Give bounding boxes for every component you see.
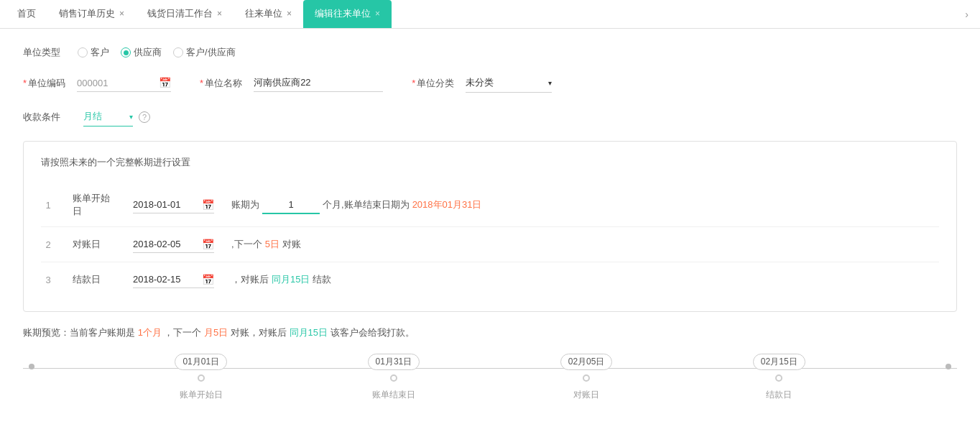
unit-code-star: * <box>23 78 27 88</box>
timeline-point-4: 02月15日 结款日 <box>753 354 805 401</box>
highlight-date-1: 2018年01月31日 <box>412 198 482 211</box>
row-type-3: 结款日 <box>73 273 116 286</box>
timeline-dot-4 <box>775 374 782 382</box>
setting-row-2: 2 对账日 📅 ,下一个 5日 对账 <box>41 227 939 262</box>
row-num-2: 2 <box>41 239 55 250</box>
tab-sales-order-close[interactable]: × <box>119 9 124 18</box>
timeline-badge-3: 02月05日 <box>560 354 613 370</box>
radio-supplier-circle <box>121 47 131 58</box>
unit-type-row: 单位类型 客户 供应商 客户/供应商 <box>23 46 957 59</box>
radio-customer-supplier-circle <box>173 47 183 58</box>
tab-partner[interactable]: 往来单位 × <box>234 0 303 28</box>
preview-suffix: 该客户会给我打款。 <box>330 327 415 338</box>
radio-customer[interactable]: 客户 <box>78 46 109 59</box>
radio-supplier-label: 供应商 <box>134 46 162 59</box>
row-desc-1: 账期为 个月,账单结束日期为 2018年01月31日 <box>231 196 481 214</box>
timeline-start-dot <box>29 364 34 369</box>
setting-row-1: 1 账单开始日 📅 账期为 个月,账单结束日期为 2018年01月31日 <box>41 183 939 227</box>
unit-name-star: * <box>200 78 203 88</box>
setting-row-3: 3 结款日 📅 ，对账后 同月15日 结款 <box>41 262 939 297</box>
row-suffix-2: 对账 <box>282 238 301 251</box>
period-input[interactable] <box>262 196 320 214</box>
highlight-text-2: 5日 <box>265 238 279 251</box>
unit-category-label: *单位分类 <box>412 77 454 90</box>
payment-term-chevron: ▾ <box>129 113 133 121</box>
unit-type-radio-group: 客户 供应商 客户/供应商 <box>78 46 236 59</box>
radio-customer-supplier-label: 客户/供应商 <box>186 46 236 59</box>
timeline-point-2: 01月31日 账单结束日 <box>368 354 420 401</box>
date-input-2: 📅 <box>133 236 214 253</box>
tab-cash-work-label: 钱货日清工作台 <box>147 7 213 20</box>
radio-customer-circle <box>78 47 88 58</box>
payment-term-label: 收款条件 <box>23 111 60 124</box>
tab-edit-partner-label: 编辑往来单位 <box>315 7 371 20</box>
timeline-label-2: 账单结束日 <box>372 389 415 401</box>
preview-middle2: 对账，对账后 <box>231 327 287 338</box>
highlight-text-3: 同月15日 <box>272 273 310 286</box>
tab-home[interactable]: 首页 <box>6 0 47 28</box>
preview-prefix: 账期预览：当前客户账期是 <box>23 327 135 338</box>
date-input-1: 📅 <box>133 196 214 213</box>
preview-item3: 同月15日 <box>290 327 328 338</box>
timeline-wrapper: 01月01日 账单开始日 01月31日 账单结束日 02月05日 对账日 02月… <box>23 354 957 401</box>
preview-section: 账期预览：当前客户账期是 1个月 ，下一个 月5日 对账，对账后 同月15日 该… <box>23 326 957 339</box>
date-field-3[interactable] <box>133 271 198 288</box>
unit-name-group: *单位名称 <box>200 75 383 92</box>
unit-code-group: *单位编码 📅 <box>23 75 171 92</box>
payment-term-row: 收款条件 月结 ▾ ? <box>23 107 957 126</box>
unit-info-row: *单位编码 📅 *单位名称 *单位分类 未分类 ▾ <box>23 73 957 93</box>
unit-code-calendar-icon[interactable]: 📅 <box>159 77 171 88</box>
payment-term-help-icon[interactable]: ? <box>139 111 150 123</box>
radio-supplier[interactable]: 供应商 <box>121 46 162 59</box>
tab-partner-label: 往来单位 <box>245 7 282 20</box>
row-num-3: 3 <box>41 275 55 285</box>
payment-term-select[interactable]: 月结 ▾ <box>83 107 133 126</box>
tab-cash-work[interactable]: 钱货日清工作台 × <box>136 0 234 28</box>
unit-category-select[interactable]: 未分类 ▾ <box>466 73 552 93</box>
calendar-icon-1[interactable]: 📅 <box>202 199 214 211</box>
payment-term-value: 月结 <box>83 110 126 123</box>
timeline-point-3: 02月05日 对账日 <box>560 354 613 401</box>
timeline-label-1: 账单开始日 <box>180 389 223 401</box>
row-desc-3: ，对账后 同月15日 结款 <box>231 273 331 286</box>
calendar-icon-3[interactable]: 📅 <box>202 274 214 285</box>
main-content: 单位类型 客户 供应商 客户/供应商 *单位编码 📅 <box>0 29 980 437</box>
date-field-2[interactable] <box>133 236 198 252</box>
unit-name-input[interactable] <box>254 75 383 91</box>
preview-item2: 月5日 <box>204 327 228 338</box>
tab-more-arrow[interactable]: › <box>959 0 974 28</box>
date-field-1[interactable] <box>133 196 198 213</box>
row-prefix-3: ，对账后 <box>231 273 269 286</box>
tab-sales-order-label: 销售订单历史 <box>59 7 115 20</box>
unit-code-input[interactable] <box>77 75 156 91</box>
period-suffix-1: 个月,账单结束日期为 <box>323 198 410 211</box>
row-type-1: 账单开始日 <box>73 192 116 218</box>
timeline-dot-2 <box>390 374 397 382</box>
timeline-badge-2: 01月31日 <box>368 354 420 370</box>
tab-edit-partner[interactable]: 编辑往来单位 × <box>303 0 392 28</box>
settings-panel: 请按照未来的一个完整帐期进行设置 1 账单开始日 📅 账期为 个月,账单结束日期… <box>23 141 957 312</box>
calendar-icon-2[interactable]: 📅 <box>202 239 214 250</box>
preview-middle1: ，下一个 <box>164 327 201 338</box>
tab-partner-close[interactable]: × <box>287 9 292 18</box>
timeline-dot-1 <box>198 374 205 382</box>
timeline-end-dot <box>946 364 951 369</box>
tab-bar: 首页 销售订单历史 × 钱货日清工作台 × 往来单位 × 编辑往来单位 × › <box>0 0 980 29</box>
unit-code-label: *单位编码 <box>23 77 65 90</box>
tab-sales-order-history[interactable]: 销售订单历史 × <box>47 0 136 28</box>
unit-category-star: * <box>412 78 415 88</box>
unit-type-label: 单位类型 <box>23 46 60 59</box>
row-suffix-3: 结款 <box>313 273 331 286</box>
unit-category-chevron: ▾ <box>548 79 552 87</box>
date-input-3: 📅 <box>133 271 214 288</box>
radio-customer-supplier[interactable]: 客户/供应商 <box>173 46 236 59</box>
preview-item1: 1个月 <box>138 327 162 338</box>
tab-cash-work-close[interactable]: × <box>217 9 222 18</box>
timeline-label-4: 结款日 <box>766 389 792 401</box>
row-num-1: 1 <box>41 200 55 211</box>
row-suffix-1: 账期为 <box>231 198 259 211</box>
unit-name-label: *单位名称 <box>200 77 242 90</box>
tab-edit-partner-close[interactable]: × <box>375 9 380 18</box>
arrow-right-icon: › <box>965 9 969 20</box>
timeline-badge-1: 01月01日 <box>175 354 227 370</box>
